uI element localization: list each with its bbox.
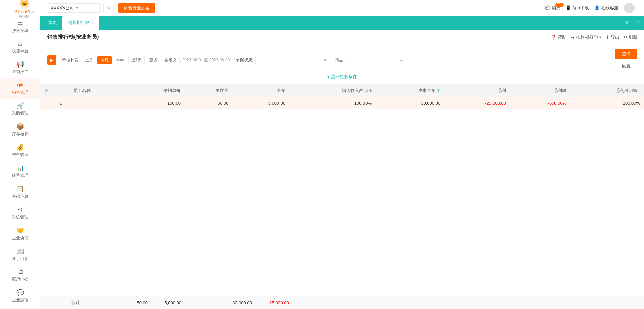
guide-icon: 📖 (16, 248, 24, 255)
app-label: App下载 (572, 5, 589, 11)
sidebar-item-system[interactable]: ⚙ 系统管理 (0, 203, 40, 223)
export-button[interactable]: ⬇ 导出 (606, 34, 619, 40)
sales-icon: 🛍 (17, 82, 23, 89)
company-name: XXXXX公司 (51, 5, 74, 11)
row-profit-rate: -500.00% (510, 97, 570, 109)
wechat-icon: 💬 (16, 289, 24, 296)
table-footer: 合计 50.00 5,000.00 30,000.00 -25,000.00 (40, 296, 644, 309)
sidebar-label-basic: 基础信息 (12, 194, 28, 199)
data-table: ⚙ 员工名称 平均单价 主数量 全额 销售收入占比% 成本全额 ⓘ 毛利 毛利率… (40, 84, 644, 109)
sidebar-label-guide: 新手引导 (12, 256, 28, 262)
message-icon: 💬 (545, 5, 550, 10)
cooperation-icon: 🤝 (16, 227, 24, 234)
filter-expand-button[interactable]: ▶ (47, 55, 56, 65)
page-header: 销售排行榜(按业务员) ❓ 帮助 🖨 按模板打印 ▾ ⬇ 导出 ↻ 刷新 (40, 30, 644, 45)
main-content: 首页 销售排行榜 × × ⤢ 销售排行榜(按业务员) ❓ 帮助 🖨 按模板打印 (40, 16, 644, 309)
apps-icon: 🖥 (17, 268, 23, 275)
purchase-icon: 🛒 (16, 102, 24, 109)
logo-icon: 🐱 (18, 0, 30, 9)
date-btn-this-month[interactable]: 本月 (97, 56, 112, 64)
tab-home-label: 首页 (48, 20, 57, 26)
col-avg-price: 平均单价 (127, 84, 185, 97)
sidebar-item-search[interactable]: ☰ 搜索菜单 (0, 16, 40, 37)
col-sales-pct: 销售收入占比% (289, 84, 376, 97)
company-selector[interactable]: XXXXX公司 ▾ (47, 3, 101, 13)
sidebar-item-apps[interactable]: 🖥 应用中心 (0, 265, 40, 286)
col-profit: 毛利 (444, 84, 510, 97)
tab-home[interactable]: 首页 (43, 16, 62, 30)
filter-date: 单据日期 上月 本月 本年 近7天 更多 自定义 2023-06-01 至 20… (62, 56, 230, 64)
settings-button[interactable]: ⚙ (103, 3, 114, 13)
trial-button[interactable]: 体验行业方案 (118, 3, 155, 13)
row-cost: 30,000.00 (376, 97, 444, 109)
top-header: 🐱 畅康通好生意 标准版 XXXXX公司 ▾ ⚙ 体验行业方案 💬 消息 99+… (0, 0, 644, 16)
sidebar-item-operations[interactable]: 📊 经营管理 (0, 161, 40, 182)
app-download-button[interactable]: 📱 App下载 (566, 5, 589, 11)
app-icon: 📱 (566, 5, 571, 10)
goods-input[interactable]: ··· (346, 56, 406, 64)
sidebar-item-finance[interactable]: 💰 资金管理 (0, 140, 40, 161)
chevron-right-icon: ▶ (50, 57, 54, 63)
sidebar-item-guide[interactable]: 📖 新手引导 (0, 244, 40, 265)
footer-amount: 5,000.00 (152, 300, 185, 305)
window-close-button[interactable]: × (622, 19, 631, 27)
more-conditions-label: 展开更多条件 (331, 74, 357, 80)
message-button[interactable]: 💬 消息 99+ (545, 5, 560, 11)
table-row: 1 100.00 50.00 5,000.00 100.00% 30,000.0… (40, 97, 644, 109)
sidebar-item-basic[interactable]: 📋 基础信息 (0, 182, 40, 203)
logo-line1: 畅康通好生意 (14, 9, 34, 14)
service-label: 在线客服 (601, 5, 618, 11)
tab-close-icon[interactable]: × (92, 20, 94, 25)
col-rank (52, 84, 69, 97)
sidebar-item-member[interactable]: 🏅 畅会员 (0, 306, 40, 309)
tab-bar: 首页 销售排行榜 × × ⤢ (40, 16, 644, 30)
help-button[interactable]: ❓ 帮助 (551, 34, 566, 40)
sidebar-item-purchase[interactable]: 🛒 采购管理 (0, 99, 40, 119)
logo-line2: 标准版 (19, 14, 29, 19)
refresh-button[interactable]: ↻ 刷新 (624, 34, 637, 40)
chevron-down-icon: ▾ (76, 5, 78, 10)
sidebar-label-finance: 资金管理 (12, 152, 28, 158)
column-settings-button[interactable]: 设置 (615, 61, 637, 71)
col-profit-rate: 毛利率 (510, 84, 570, 97)
date-btn-custom[interactable]: 自定义 (162, 56, 180, 64)
date-btn-last-month[interactable]: 上月 (82, 56, 96, 64)
footer-profit: -25,000.00 (256, 300, 293, 305)
sidebar-item-sales[interactable]: 🛍 销售管理 (0, 78, 40, 99)
date-range-text: 2023-06-01 至 2023-06-30 (182, 57, 230, 63)
sidebar-item-inventory[interactable]: 📦 库存核算 (0, 119, 40, 140)
status-arrow-icon: ▾ (324, 58, 326, 63)
row-name (69, 97, 127, 109)
refresh-label: 刷新 (629, 34, 637, 40)
page-actions: ❓ 帮助 🖨 按模板打印 ▾ ⬇ 导出 ↻ 刷新 (551, 34, 637, 40)
row-avg-price: 100.00 (127, 97, 185, 109)
inventory-icon: 📦 (16, 123, 24, 130)
marketing-icon: 📢 (16, 61, 24, 68)
online-service-button[interactable]: 👤 在线客服 (594, 5, 618, 11)
avatar[interactable] (624, 3, 635, 13)
query-button[interactable]: 查询 (615, 49, 637, 59)
sidebar-item-shortcut[interactable]: ⌂ 快捷导航 (0, 37, 40, 57)
row-rank: 1 (52, 97, 69, 109)
sidebar-item-wechat[interactable]: 💬 企业微信 (0, 286, 40, 306)
col-settings[interactable]: ⚙ (40, 84, 52, 97)
footer-quantity: 50.00 (125, 300, 152, 305)
date-btn-this-year[interactable]: 本年 (113, 56, 127, 64)
date-btn-7days[interactable]: 近7天 (128, 56, 145, 64)
more-filter-row[interactable]: ▾ 展开更多条件 (47, 74, 637, 80)
service-icon: 👤 (594, 5, 600, 10)
print-button[interactable]: 🖨 按模板打印 ▾ (570, 34, 602, 40)
window-expand-button[interactable]: ⤢ (633, 19, 641, 27)
sidebar-label-shortcut: 快捷导航 (12, 48, 28, 54)
date-btn-more[interactable]: 更多 (146, 56, 160, 64)
sidebar-label-sales: 销售管理 (12, 90, 28, 95)
sidebar-label-system: 系统管理 (12, 214, 28, 220)
basic-icon: 📋 (16, 185, 24, 193)
sidebar-item-marketing[interactable]: 📢 营销推广 (0, 57, 40, 78)
sidebar-item-cooperation[interactable]: 🤝 企业协同 (0, 223, 40, 244)
goods-more-icon: ··· (400, 58, 403, 63)
status-select[interactable]: ▾ (255, 56, 329, 64)
print-icon: 🖨 (570, 35, 575, 40)
help-label: 帮助 (558, 34, 566, 40)
tab-sales-rank[interactable]: 销售排行榜 × (62, 16, 99, 30)
